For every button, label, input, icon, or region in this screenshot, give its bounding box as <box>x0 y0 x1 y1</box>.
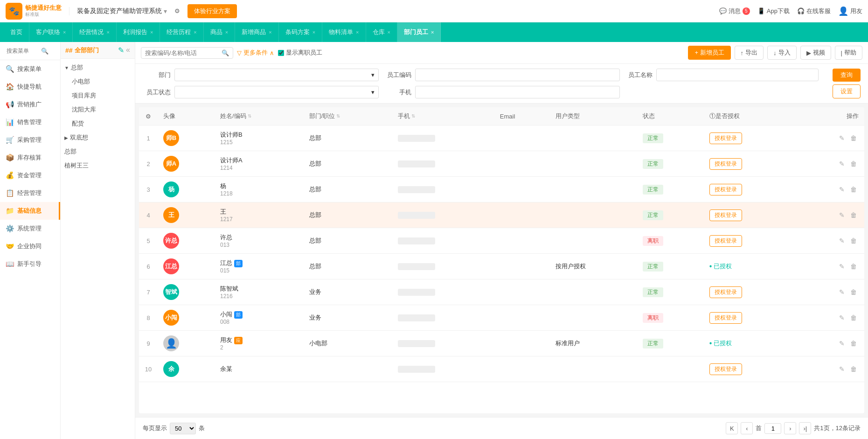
sidebar-item-sales[interactable]: 📊 销售管理 <box>0 113 60 131</box>
close-icon[interactable]: × <box>269 29 271 35</box>
search-btn[interactable]: 查询 <box>833 69 861 82</box>
th-dept[interactable]: 部门/职位 ⇅ <box>304 107 393 125</box>
edit-btn[interactable]: ✎ <box>837 287 847 297</box>
close-icon[interactable]: × <box>225 29 228 35</box>
close-icon[interactable]: × <box>194 29 196 35</box>
emp-code-input[interactable] <box>415 69 619 81</box>
close-icon[interactable]: × <box>356 29 359 35</box>
last-page-btn[interactable]: ›| <box>799 422 811 434</box>
th-name[interactable]: 姓名/编码 ⇅ <box>215 107 304 125</box>
auth-btn[interactable]: 授权登录 <box>709 184 742 195</box>
tab-goods[interactable]: 商品 × <box>204 22 235 42</box>
tab-profit[interactable]: 利润报告 × <box>117 22 160 42</box>
delete-btn[interactable]: 🗑 <box>848 236 859 245</box>
dept-tree-item-general[interactable]: ▼ 总部 <box>61 61 135 75</box>
delete-btn[interactable]: 🗑 <box>848 339 859 348</box>
delete-btn[interactable]: 🗑 <box>848 185 859 194</box>
tab-warehouse[interactable]: 仓库 × <box>366 22 397 42</box>
tab-bom[interactable]: 物料清单 × <box>322 22 366 42</box>
close-icon[interactable]: × <box>150 29 153 35</box>
close-icon[interactable]: × <box>388 29 390 35</box>
phone-input[interactable] <box>415 86 619 98</box>
edit-btn[interactable]: ✎ <box>837 364 847 374</box>
close-icon[interactable]: × <box>63 29 66 35</box>
sidebar-item-basic-info[interactable]: 📁 基础信息 <box>0 202 60 220</box>
add-employee-btn[interactable]: + 新增员工 <box>688 46 730 60</box>
show-resigned-label[interactable]: 显示离职员工 <box>278 49 322 57</box>
tab-history[interactable]: 经营历程 × <box>160 22 203 42</box>
dept-tree-item-hq[interactable]: 总部 <box>61 145 135 159</box>
view-btn[interactable]: ▶ 视频 <box>800 46 831 60</box>
app-download-btn[interactable]: 📱 App下载 <box>757 7 790 15</box>
settings-icon[interactable]: ⚙ <box>171 5 184 18</box>
tab-operation[interactable]: 经营情况 × <box>73 22 116 42</box>
dept-tree-item-plant[interactable]: 植树王三 <box>61 159 135 173</box>
sidebar-item-marketing[interactable]: 📢 营销推广 <box>0 96 60 113</box>
prev-page-btn[interactable]: ‹ <box>741 422 753 434</box>
sidebar-search-input[interactable] <box>4 46 41 56</box>
edit-btn[interactable]: ✎ <box>837 210 847 220</box>
th-phone[interactable]: 手机 ⇅ <box>392 107 494 125</box>
sidebar-item-collab[interactable]: 🤝 企业协同 <box>0 237 60 255</box>
status-filter-select[interactable]: ▾ <box>174 86 379 98</box>
tab-barcode[interactable]: 条码方案 × <box>279 22 322 42</box>
online-service-btn[interactable]: 🎧 在线客服 <box>797 7 831 15</box>
sidebar-item-finance[interactable]: 💰 资金管理 <box>0 167 60 184</box>
th-settings[interactable]: ⚙ <box>139 107 158 125</box>
close-icon[interactable]: × <box>312 29 315 35</box>
set-btn[interactable]: 设置 <box>833 84 861 98</box>
sidebar-item-purchase[interactable]: 🛒 采购管理 <box>0 131 60 149</box>
auth-btn[interactable]: 授权登录 <box>709 312 742 324</box>
tab-dept-employee[interactable]: 部门员工 × <box>397 22 441 42</box>
first-page-btn[interactable]: K <box>726 422 738 434</box>
sidebar-item-system[interactable]: ⚙️ 系统管理 <box>0 220 60 237</box>
sidebar-item-inventory[interactable]: 📦 库存核算 <box>0 149 60 167</box>
delete-btn[interactable]: 🗑 <box>848 364 859 374</box>
filter-more-btn[interactable]: ▽ 更多条件 ∧ <box>237 49 274 57</box>
edit-btn[interactable]: ✎ <box>837 185 847 194</box>
tab-home[interactable]: 首页 <box>4 22 29 42</box>
help-btn[interactable]: | 帮助 <box>835 46 862 60</box>
auth-btn[interactable]: 授权登录 <box>709 158 742 170</box>
auth-btn[interactable]: 授权登录 <box>709 132 742 144</box>
delete-btn[interactable]: 🗑 <box>848 313 859 322</box>
export-btn[interactable]: ↑ 导出 <box>735 46 764 60</box>
show-resigned-checkbox[interactable] <box>278 50 284 56</box>
sidebar-item-quick-nav[interactable]: 🏠 快捷导航 <box>0 78 60 96</box>
dept-tree-item-project[interactable]: 项目库房 <box>66 89 135 103</box>
edit-btn[interactable]: ✎ <box>837 236 847 245</box>
auth-btn[interactable]: 授权登录 <box>709 235 742 247</box>
edit-btn[interactable]: ✎ <box>837 313 847 322</box>
delete-btn[interactable]: 🗑 <box>848 210 859 220</box>
import-btn[interactable]: ↓ 导入 <box>767 46 797 60</box>
user-btn[interactable]: 👤 用友 <box>838 6 862 16</box>
dept-tree-item-distribution[interactable]: 配货 <box>66 117 135 131</box>
edit-btn[interactable]: ✎ <box>837 133 847 143</box>
try-btn[interactable]: 体验行业方案 <box>187 4 237 18</box>
per-page-select[interactable]: 50 100 200 <box>170 423 196 434</box>
emp-name-input[interactable] <box>656 69 819 81</box>
search-input[interactable] <box>145 49 220 56</box>
next-page-btn[interactable]: › <box>784 422 796 434</box>
close-icon[interactable]: × <box>106 29 109 35</box>
dept-tree-item-small-elec[interactable]: 小电部 <box>66 75 135 89</box>
auth-btn[interactable]: 授权登录 <box>709 363 742 375</box>
dept-filter-select[interactable]: ▾ <box>174 69 379 81</box>
collapse-panel-icon[interactable]: « <box>126 46 130 55</box>
tab-add-goods[interactable]: 新增商品 × <box>235 22 278 42</box>
edit-dept-icon[interactable]: ✎ <box>118 46 124 55</box>
auth-btn[interactable]: 授权登录 <box>709 286 742 298</box>
sidebar-item-operations[interactable]: 📋 经营管理 <box>0 184 60 202</box>
page-input[interactable] <box>764 423 781 434</box>
delete-btn[interactable]: 🗑 <box>848 159 859 168</box>
sidebar-item-search[interactable]: 🔍 搜索菜单 <box>0 60 60 78</box>
delete-btn[interactable]: 🗑 <box>848 262 859 271</box>
delete-btn[interactable]: 🗑 <box>848 287 859 297</box>
edit-btn[interactable]: ✎ <box>837 262 847 271</box>
dropdown-icon[interactable]: ▾ <box>164 7 167 15</box>
edit-btn[interactable]: ✎ <box>837 339 847 348</box>
search-icon[interactable]: 🔍 <box>222 49 229 56</box>
sidebar-item-guide[interactable]: 📖 新手引导 <box>0 255 60 273</box>
message-btn[interactable]: 💬 消息 5 <box>719 7 750 15</box>
edit-btn[interactable]: ✎ <box>837 159 847 168</box>
